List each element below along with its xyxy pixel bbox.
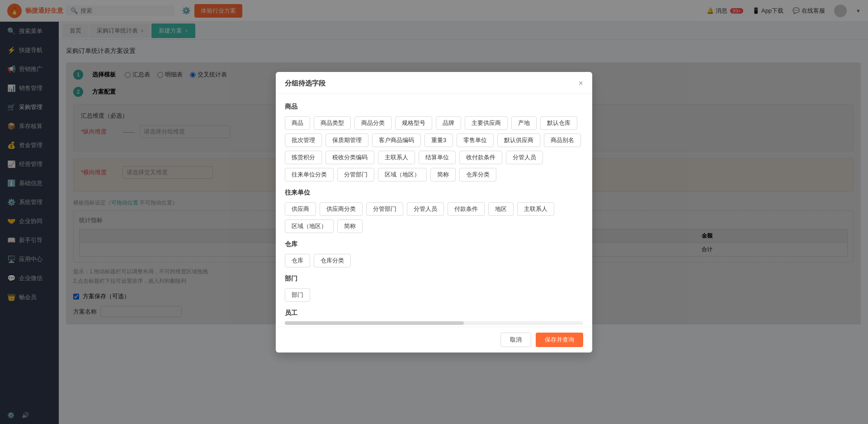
field-tag[interactable]: 默认仓库 — [540, 116, 577, 130]
dialog-footer: 取消 保存并查询 — [276, 327, 592, 353]
field-grid-往来单位: 供应商供应商分类分管部门分管人员付款条件地区主联系人区域（地区）简称 — [285, 202, 583, 233]
field-tag[interactable]: 简称 — [430, 168, 456, 181]
field-tag[interactable]: 分管部门 — [337, 168, 374, 181]
field-tag[interactable]: 往来单位分类 — [285, 168, 334, 181]
section-title-员工: 员工 — [285, 309, 583, 317]
field-tag[interactable]: 结算单位 — [419, 151, 456, 164]
field-tag[interactable]: 简称 — [337, 219, 363, 233]
section-title-部门: 部门 — [285, 275, 583, 283]
field-tag[interactable]: 默认供应商 — [497, 133, 540, 147]
field-tag[interactable]: 仓库分类 — [314, 254, 351, 267]
field-tag[interactable]: 供应商分类 — [320, 202, 363, 216]
field-grid-仓库: 仓库仓库分类 — [285, 254, 583, 267]
field-tag[interactable]: 商品别名 — [544, 133, 581, 147]
field-tag[interactable]: 付款条件 — [448, 202, 485, 216]
field-tag[interactable]: 商品分类 — [354, 116, 392, 130]
field-tag[interactable]: 收付款条件 — [459, 151, 502, 164]
field-select-dialog: 分组待选字段 × 商品商品商品类型商品分类规格型号品牌主要供应商产地默认仓库批次… — [276, 72, 592, 353]
overlay: 分组待选字段 × 商品商品商品类型商品分类规格型号品牌主要供应商产地默认仓库批次… — [0, 0, 868, 424]
field-tag[interactable]: 零售单位 — [457, 133, 494, 147]
section-title-商品: 商品 — [285, 103, 583, 111]
field-tag[interactable]: 商品类型 — [314, 116, 351, 130]
dialog-close-btn[interactable]: × — [578, 79, 583, 87]
scrollbar-area — [276, 321, 592, 327]
field-tag[interactable]: 规格型号 — [395, 116, 432, 130]
dialog-header: 分组待选字段 × — [276, 72, 592, 94]
dialog-title: 分组待选字段 — [285, 79, 326, 88]
field-tag[interactable]: 保质期管理 — [326, 133, 368, 147]
field-tag[interactable]: 客户商品编码 — [372, 133, 421, 147]
field-grid-商品: 商品商品类型商品分类规格型号品牌主要供应商产地默认仓库批次管理保质期管理客户商品… — [285, 116, 583, 181]
field-tag[interactable]: 品牌 — [436, 116, 461, 130]
field-tag[interactable]: 区域（地区） — [378, 168, 427, 181]
field-tag[interactable]: 仓库分类 — [459, 168, 496, 181]
section-title-往来单位: 往来单位 — [285, 189, 583, 197]
field-tag[interactable]: 分管人员 — [407, 202, 444, 216]
field-tag[interactable]: 区域（地区） — [285, 219, 334, 233]
field-tag[interactable]: 税收分类编码 — [326, 151, 374, 164]
field-grid-部门: 部门 — [285, 288, 583, 302]
field-tag[interactable]: 分管部门 — [366, 202, 403, 216]
cancel-btn[interactable]: 取消 — [500, 333, 531, 347]
dialog-body: 商品商品商品类型商品分类规格型号品牌主要供应商产地默认仓库批次管理保质期管理客户… — [276, 94, 592, 321]
field-tag[interactable]: 主要供应商 — [465, 116, 508, 130]
field-tag[interactable]: 商品 — [285, 116, 310, 130]
field-tag[interactable]: 拣货积分 — [285, 151, 322, 164]
field-tag[interactable]: 重量3 — [425, 133, 453, 147]
field-tag[interactable]: 仓库 — [285, 254, 310, 267]
field-tag[interactable]: 主联系人 — [517, 202, 554, 216]
confirm-btn[interactable]: 保存并查询 — [536, 333, 583, 347]
field-tag[interactable]: 主联系人 — [378, 151, 415, 164]
field-tag[interactable]: 地区 — [488, 202, 514, 216]
field-tag[interactable]: 分管人员 — [506, 151, 543, 164]
section-title-仓库: 仓库 — [285, 240, 583, 248]
field-tag[interactable]: 产地 — [511, 116, 537, 130]
field-tag[interactable]: 部门 — [285, 288, 310, 302]
field-tag[interactable]: 批次管理 — [285, 133, 322, 147]
field-tag[interactable]: 供应商 — [285, 202, 316, 216]
